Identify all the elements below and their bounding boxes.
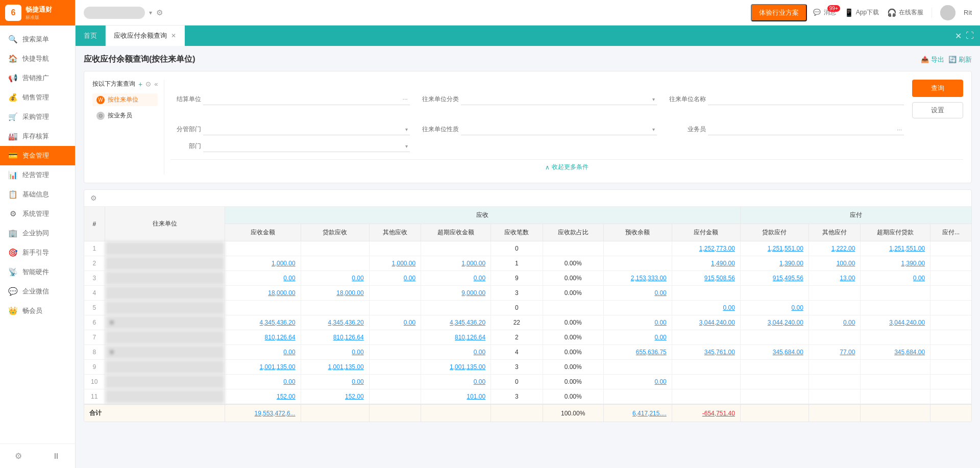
cell-ar-amount[interactable]: 0.00 <box>225 375 301 389</box>
cell-ap-overdue[interactable] <box>861 389 930 405</box>
collapse-button[interactable]: ∧ 收起更多条件 <box>170 159 963 175</box>
cell-ar-overdue[interactable]: 0.00 <box>421 345 491 360</box>
tab-balance[interactable]: 应收应付余额查询 ✕ <box>106 26 185 46</box>
cell-ap-overdue[interactable] <box>861 375 930 389</box>
sidebar-item-marketing[interactable]: 📢 营销推广 <box>0 68 75 88</box>
cell-ap-overdue[interactable]: 3,044,240.00 <box>861 315 930 330</box>
cell-ar-loan[interactable]: 810,126.64 <box>301 330 369 345</box>
cell-ap-loan[interactable]: 1,251,551.00 <box>740 241 808 256</box>
salesperson-input[interactable] <box>708 124 904 135</box>
cell-ap-loan[interactable]: 0.00 <box>740 301 808 315</box>
cell-ap-amount[interactable]: 345,761.00 <box>672 345 740 360</box>
table-settings-icon[interactable]: ⚙ <box>90 194 97 202</box>
cell-ar-loan[interactable] <box>301 301 369 315</box>
cell-ar-amount[interactable]: 1,000.00 <box>225 256 301 271</box>
cell-ap-col[interactable] <box>930 345 971 360</box>
sidebar-item-member[interactable]: 👑 畅会员 <box>0 301 75 321</box>
cell-ar-other[interactable] <box>369 360 421 375</box>
cell-ap-loan[interactable]: 915,495.56 <box>740 271 808 286</box>
cell-ap-amount[interactable] <box>672 389 740 405</box>
cell-ar-prepay[interactable]: 655,636.75 <box>603 345 672 360</box>
cell-ar-prepay[interactable]: 0.00 <box>603 375 672 389</box>
dept-select[interactable] <box>203 140 409 152</box>
cell-ar-amount[interactable]: 18,000.00 <box>225 286 301 301</box>
sidebar-item-search[interactable]: 🔍 搜索菜单 <box>0 30 75 49</box>
cell-ap-other[interactable]: 77.00 <box>808 345 861 360</box>
sidebar-item-inventory[interactable]: 🏭 库存核算 <box>0 127 75 146</box>
cell-ar-loan[interactable]: 4,345,436.20 <box>301 315 369 330</box>
unit-category-select[interactable] <box>461 93 657 105</box>
footer-ap-amount[interactable]: -654,751.40 <box>672 404 740 422</box>
cell-ap-loan[interactable]: 1,390.00 <box>740 256 808 271</box>
settings-button[interactable]: 设置 <box>912 102 963 118</box>
cell-ap-other[interactable] <box>808 301 861 315</box>
cell-ar-overdue[interactable]: 1,000.00 <box>421 256 491 271</box>
sidebar-item-operation[interactable]: 📊 经营管理 <box>0 165 75 185</box>
customer-service-button[interactable]: 🎧 在线客服 <box>887 8 923 17</box>
sidebar-collapse-button[interactable]: ⏸ <box>48 450 64 463</box>
avatar[interactable] <box>940 5 955 20</box>
cell-ar-prepay[interactable] <box>603 360 672 375</box>
app-download-button[interactable]: 📱 App下载 <box>844 8 879 17</box>
cell-ar-amount[interactable]: 1,001,135.00 <box>225 360 301 375</box>
cell-ar-overdue[interactable]: 4,345,436.20 <box>421 315 491 330</box>
cell-ar-loan[interactable]: 0.00 <box>301 345 369 360</box>
cell-ap-col[interactable] <box>930 330 971 345</box>
sidebar-item-quick[interactable]: 🏠 快捷导航 <box>0 49 75 68</box>
cell-ar-amount[interactable]: 810,126.64 <box>225 330 301 345</box>
cell-ap-col[interactable] <box>930 271 971 286</box>
sidebar-item-finance[interactable]: 💳 资金管理 <box>0 146 75 165</box>
cell-ar-prepay[interactable]: 0.00 <box>603 286 672 301</box>
cell-ap-col[interactable] <box>930 389 971 405</box>
cell-ar-loan[interactable]: 0.00 <box>301 271 369 286</box>
cell-ar-other[interactable]: 0.00 <box>369 315 421 330</box>
filter-collapse-icon[interactable]: « <box>154 80 158 88</box>
cell-ar-overdue[interactable]: 1,001,135.00 <box>421 360 491 375</box>
settlement-unit-dots[interactable]: ··· <box>403 95 408 103</box>
cell-ap-overdue[interactable]: 1,390.00 <box>861 256 930 271</box>
footer-ar-prepay[interactable]: 6,417,215.... <box>603 404 672 422</box>
scheme-by-unit[interactable]: W 按往来单位 <box>92 93 158 106</box>
cell-ar-prepay[interactable] <box>603 256 672 271</box>
query-button[interactable]: 查询 <box>912 80 963 97</box>
cell-ar-other[interactable] <box>369 330 421 345</box>
cell-ar-other[interactable] <box>369 286 421 301</box>
cell-ar-loan[interactable]: 18,000.00 <box>301 286 369 301</box>
sidebar-item-guide[interactable]: 🎯 新手引导 <box>0 243 75 262</box>
sidebar-item-wechat[interactable]: 💬 企业微信 <box>0 282 75 301</box>
salesperson-dots[interactable]: ··· <box>897 126 902 133</box>
dept-manage-select[interactable] <box>203 124 409 135</box>
cell-ap-col[interactable] <box>930 286 971 301</box>
cell-ar-other[interactable]: 0.00 <box>369 271 421 286</box>
cell-ar-other[interactable]: 1,000.00 <box>369 256 421 271</box>
cell-ar-overdue[interactable]: 9,000.00 <box>421 286 491 301</box>
sidebar-item-sales[interactable]: 💰 销售管理 <box>0 88 75 107</box>
tab-close-button[interactable]: ✕ <box>955 31 962 41</box>
header-gear-icon[interactable]: ⚙ <box>156 8 163 17</box>
cell-ap-amount[interactable]: 1,252,773.00 <box>672 241 740 256</box>
cell-ap-amount[interactable] <box>672 330 740 345</box>
cell-ar-overdue[interactable] <box>421 301 491 315</box>
cell-ar-prepay[interactable] <box>603 301 672 315</box>
export-button[interactable]: 📤 导出 <box>921 55 944 64</box>
sidebar-settings-button[interactable]: ⚙ <box>11 449 26 463</box>
cell-ap-other[interactable] <box>808 330 861 345</box>
tab-expand-button[interactable]: ⛶ <box>966 31 974 40</box>
cell-ap-other[interactable]: 100.00 <box>808 256 861 271</box>
filter-edit-button[interactable]: ⊙ <box>145 80 151 88</box>
unit-name-input[interactable] <box>708 93 904 105</box>
cell-ar-amount[interactable]: 0.00 <box>225 345 301 360</box>
cell-ap-overdue[interactable]: 0.00 <box>861 271 930 286</box>
cell-ap-col[interactable] <box>930 301 971 315</box>
cell-ar-other[interactable] <box>369 241 421 256</box>
cell-ar-amount[interactable]: 0.00 <box>225 271 301 286</box>
sidebar-item-purchase[interactable]: 🛒 采购管理 <box>0 107 75 127</box>
cell-ap-loan[interactable]: 345,684.00 <box>740 345 808 360</box>
cell-ar-other[interactable] <box>369 375 421 389</box>
cell-ap-amount[interactable]: 0.00 <box>672 301 740 315</box>
cell-ap-col[interactable] <box>930 241 971 256</box>
cell-ap-loan[interactable] <box>740 286 808 301</box>
settlement-unit-input[interactable] <box>203 93 409 105</box>
cell-ap-overdue[interactable]: 1,251,551.00 <box>861 241 930 256</box>
cell-ar-prepay[interactable] <box>603 241 672 256</box>
